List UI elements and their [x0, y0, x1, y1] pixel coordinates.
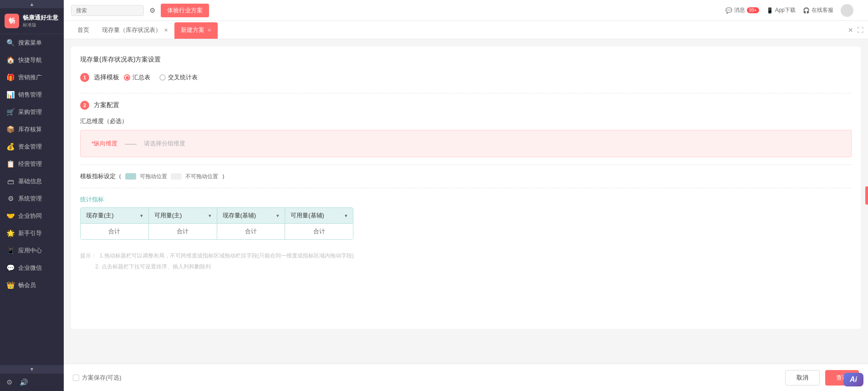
- stats-col-header-2[interactable]: 现存量(基辅) ▾: [217, 208, 286, 223]
- sidebar-item-agreement-label: 企业协同: [18, 212, 42, 220]
- sidebar-item-ops[interactable]: 📋 经营管理: [0, 155, 64, 173]
- sidebar-item-ops-label: 经营管理: [18, 160, 42, 168]
- tip-1: 提示： 1.拖动标题栏可以调整布局，不可跨维度或指标区域拖动栏目字段(只能在同一…: [80, 250, 852, 261]
- stats-col-header-0[interactable]: 现存量(主) ▾: [81, 208, 149, 223]
- stats-col-header-label-1: 可用量(主): [154, 211, 182, 220]
- tab-home[interactable]: 首页: [71, 22, 96, 39]
- tab-close-all-icon[interactable]: ✕: [848, 26, 853, 34]
- cancel-button[interactable]: 取消: [785, 370, 820, 386]
- tab-inventory-status-label: 现存量（库存状况表）: [102, 26, 161, 34]
- content-area: 现存量(库存状况表)方案设置 1 选择模板 汇总表: [64, 39, 868, 364]
- tab-expand-icon[interactable]: ⛶: [857, 26, 863, 34]
- headset-icon: 🎧: [803, 7, 810, 14]
- stats-col-header-1[interactable]: 可用量(主) ▾: [149, 208, 217, 223]
- radio-summary-label: 汇总表: [133, 73, 150, 82]
- movable-legend-text: 可拖动位置: [140, 173, 167, 180]
- stats-col-chevron-2[interactable]: ▾: [276, 213, 279, 219]
- wechat-icon: 💬: [6, 264, 15, 272]
- stats-col-body-1: 合计: [149, 223, 217, 239]
- sidebar: ▲ 畅 畅康通好生意 标准版 🔍 搜索菜单 🏠 快捷导航 🎁 营销推广 📊 销售…: [0, 0, 64, 391]
- database-icon: 🗃: [6, 178, 15, 185]
- sidebar-item-wechat-label: 企业微信: [18, 264, 42, 272]
- tabbar: 首页 现存量（库存状况表） ✕ 新建方案 ✕ ✕ ⛶: [64, 21, 868, 39]
- sidebar-item-purchase[interactable]: 🛒 采购管理: [0, 103, 64, 121]
- stats-col-header-3[interactable]: 可用量(基辅) ▾: [285, 208, 353, 223]
- tab-new-scheme-label: 新建方案: [181, 26, 204, 34]
- tab-inventory-status[interactable]: 现存量（库存状况表） ✕: [96, 22, 174, 39]
- sidebar-nav: 🔍 搜索菜单 🏠 快捷导航 🎁 营销推广 📊 销售管理 🛒 采购管理 📦 库存核…: [0, 34, 64, 365]
- sidebar-item-member[interactable]: 👑 畅会员: [0, 277, 64, 294]
- speaker-footer-icon[interactable]: 🔊: [20, 378, 28, 386]
- sidebar-item-agreement[interactable]: 🤝 企业协同: [0, 207, 64, 225]
- cart-icon: 🛒: [6, 108, 15, 116]
- step2-badge: 2: [80, 101, 89, 110]
- star-icon: 🌟: [6, 229, 15, 237]
- messages-badge: 99+: [747, 7, 759, 13]
- dimension-required-area[interactable]: *纵向维度 —— 请选择分组维度: [80, 130, 852, 157]
- sidebar-item-basic[interactable]: 🗃 基础信息: [0, 173, 64, 190]
- drag-handle[interactable]: [865, 186, 868, 205]
- online-service-btn[interactable]: 🎧 在线客服: [803, 6, 833, 14]
- sidebar-item-wechat[interactable]: 💬 企业微信: [0, 259, 64, 277]
- sidebar-item-marketing[interactable]: 🎁 营销推广: [0, 69, 64, 86]
- stats-col-header-label-0: 现存量(主): [86, 211, 114, 220]
- save-checkbox[interactable]: 方案保存(可选): [73, 374, 122, 382]
- app-icon: 📱: [6, 247, 15, 255]
- sidebar-scroll-down[interactable]: ▼: [0, 365, 64, 373]
- sidebar-item-finance[interactable]: 💰 资金管理: [0, 138, 64, 155]
- message-icon: 💬: [725, 7, 732, 14]
- page-title: 现存量(库存状况表)方案设置: [80, 56, 852, 64]
- stats-section-title: 统计指标: [80, 196, 852, 204]
- sidebar-item-newbie[interactable]: 🌟 新手引导: [0, 225, 64, 242]
- sidebar-logo: 畅 畅康通好生意 标准版: [0, 8, 64, 34]
- sidebar-item-shortcut[interactable]: 🏠 快捷导航: [0, 51, 64, 69]
- money-icon: 💰: [6, 143, 15, 151]
- stats-col-body-3: 合计: [285, 223, 353, 239]
- sidebar-item-basic-label: 基础信息: [18, 177, 42, 185]
- tab-home-label: 首页: [77, 26, 89, 34]
- stats-col-chevron-1[interactable]: ▾: [209, 213, 211, 219]
- step1-section: 1 选择模板 汇总表 交叉统计表: [80, 73, 852, 82]
- sidebar-item-purchase-label: 采购管理: [18, 108, 42, 116]
- radio-summary[interactable]: 汇总表: [124, 73, 150, 82]
- stats-col-header-label-2: 现存量(基辅): [223, 211, 256, 220]
- sidebar-scroll-up[interactable]: ▲: [0, 0, 64, 8]
- step2-header: 2 方案配置: [80, 101, 852, 110]
- main-area: ⚙ 体验行业方案 💬 消息 99+ 📱 App下载 🎧 在线客服 首页: [64, 0, 868, 391]
- fixed-legend-text: 不可拖动位置: [185, 173, 218, 180]
- tab-new-scheme[interactable]: 新建方案 ✕: [174, 22, 218, 39]
- topbar-right: 💬 消息 99+ 📱 App下载 🎧 在线客服: [725, 4, 861, 17]
- crown-icon: 👑: [6, 281, 15, 289]
- template-radio-group: 汇总表 交叉统计表: [124, 73, 198, 82]
- tab-new-scheme-close[interactable]: ✕: [207, 27, 211, 33]
- sidebar-item-sales-label: 销售管理: [18, 91, 42, 99]
- app-download-btn[interactable]: 📱 App下载: [766, 6, 796, 14]
- step2-section: 2 方案配置 汇总维度（必选） *纵向维度 —— 请选择分组维度 模板指标设定（: [80, 101, 852, 272]
- stats-col-chevron-0[interactable]: ▾: [140, 213, 143, 219]
- stats-col-body-0: 合计: [81, 223, 149, 239]
- sidebar-item-inventory[interactable]: 📦 库存核算: [0, 121, 64, 138]
- tips-section: 提示： 1.拖动标题栏可以调整布局，不可跨维度或指标区域拖动栏目字段(只能在同一…: [80, 250, 852, 272]
- dimension-arrow: ——: [125, 140, 137, 147]
- ai-fab-button[interactable]: Ai: [843, 373, 863, 386]
- step1-badge: 1: [80, 73, 89, 82]
- sidebar-item-search[interactable]: 🔍 搜索菜单: [0, 34, 64, 51]
- stats-col-chevron-3[interactable]: ▾: [345, 213, 347, 219]
- sidebar-item-appstore[interactable]: 📱 应用中心: [0, 242, 64, 259]
- sidebar-item-newbie-label: 新手引导: [18, 229, 42, 237]
- stats-col-body-label-3: 合计: [313, 227, 325, 236]
- sidebar-item-system[interactable]: ⚙ 系统管理: [0, 190, 64, 207]
- tab-inventory-status-close[interactable]: ✕: [164, 27, 168, 33]
- search-input[interactable]: [71, 5, 144, 16]
- user-avatar[interactable]: [841, 4, 853, 17]
- sidebar-item-sales[interactable]: 📊 销售管理: [0, 86, 64, 103]
- settings-footer-icon[interactable]: ⚙: [6, 378, 12, 386]
- stats-col-body-label-1: 合计: [177, 227, 189, 236]
- radio-summary-circle: [124, 74, 130, 81]
- topbar-gear-icon[interactable]: ⚙: [149, 6, 155, 15]
- radio-cross[interactable]: 交叉统计表: [159, 73, 198, 82]
- search-icon: 🔍: [6, 39, 15, 47]
- experience-btn[interactable]: 体验行业方案: [161, 4, 209, 17]
- step1-label: 选择模板: [94, 73, 119, 82]
- messages-btn[interactable]: 💬 消息 99+: [725, 6, 759, 14]
